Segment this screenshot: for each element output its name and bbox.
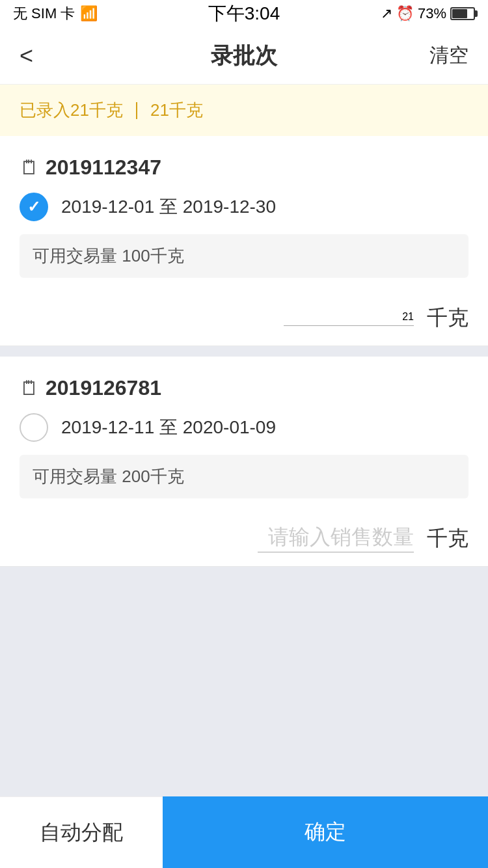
- batch-1-availability: 可用交易量 100千克: [20, 234, 468, 278]
- batch-1-unit: 千克: [427, 304, 468, 332]
- bottom-bar: 自动分配 确定: [0, 796, 488, 868]
- batch-2-header: 🗒 2019126781: [0, 357, 488, 407]
- batch-2-icon: 🗒: [20, 377, 39, 400]
- confirm-button[interactable]: 确定: [163, 796, 488, 868]
- summary-banner: 已录入21千克 21千克: [0, 85, 488, 136]
- auto-distribute-button[interactable]: 自动分配: [0, 796, 163, 868]
- alarm-icon: ⏰: [396, 5, 414, 22]
- location-icon: ↗: [381, 5, 392, 22]
- batch-2-unit: 千克: [427, 524, 468, 553]
- summary-value: 21千克: [150, 99, 203, 122]
- battery-icon: [450, 7, 475, 20]
- battery-text: 73%: [418, 5, 446, 22]
- batch-2-input-wrapper[interactable]: [258, 525, 414, 552]
- batch-1-icon: 🗒: [20, 157, 39, 179]
- batch-2-card: 🗒 2019126781 2019-12-11 至 2020-01-09 可用交…: [0, 357, 488, 567]
- batch-2-checkbox[interactable]: [20, 413, 48, 442]
- batch-1-header: 🗒 2019112347: [0, 136, 488, 186]
- batch-1-quantity-display: 21: [284, 311, 414, 326]
- page-title: 录批次: [211, 41, 277, 71]
- carrier-text: 无 SIM 卡: [13, 4, 75, 23]
- status-right: ↗ ⏰ 73%: [381, 5, 475, 22]
- batch-1-date-row: 2019-12-01 至 2019-12-30: [0, 186, 488, 228]
- batch-1-date: 2019-12-01 至 2019-12-30: [61, 195, 276, 219]
- batch-1-card: 🗒 2019112347 2019-12-01 至 2019-12-30 可用交…: [0, 136, 488, 346]
- batch-1-checkbox[interactable]: [20, 193, 48, 221]
- wifi-icon: 📶: [80, 5, 98, 22]
- summary-divider: [136, 102, 137, 119]
- section-divider-1: [0, 346, 488, 357]
- batch-1-number: 2019112347: [46, 156, 161, 180]
- batch-2-availability: 可用交易量 200千克: [20, 455, 468, 498]
- batch-1-quantity-row: 21 千克: [0, 291, 488, 346]
- nav-bar: < 录批次 清空: [0, 27, 488, 85]
- status-left: 无 SIM 卡 📶: [13, 4, 98, 23]
- batch-1-quantity-value: 21: [402, 311, 414, 322]
- batch-2-number: 2019126781: [46, 376, 161, 400]
- clear-button[interactable]: 清空: [429, 42, 468, 69]
- batch-2-quantity-input[interactable]: [258, 525, 414, 549]
- back-button[interactable]: <: [20, 42, 33, 70]
- status-time: 下午3:04: [208, 1, 280, 26]
- batch-2-quantity-row[interactable]: 千克: [0, 511, 488, 567]
- batch-2-date: 2019-12-11 至 2020-01-09: [61, 415, 276, 440]
- batch-2-date-row: 2019-12-11 至 2020-01-09: [0, 407, 488, 448]
- summary-recorded-label: 已录入21千克: [20, 99, 123, 122]
- status-bar: 无 SIM 卡 📶 下午3:04 ↗ ⏰ 73%: [0, 0, 488, 27]
